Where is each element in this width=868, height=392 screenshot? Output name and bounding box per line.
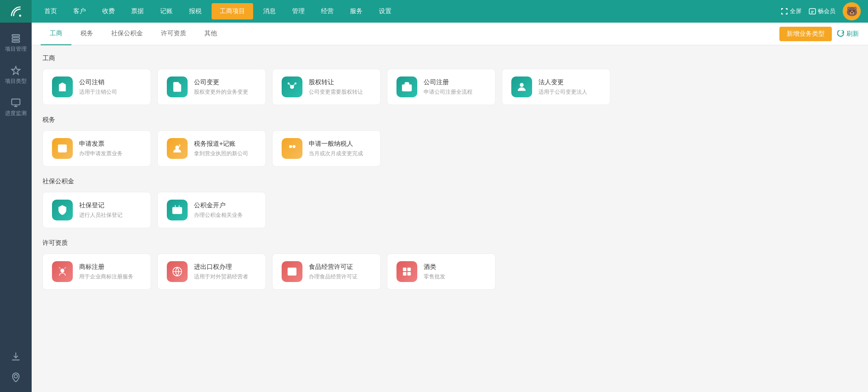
svg-rect-6 <box>12 99 20 105</box>
tab-shuiwu[interactable]: 税务 <box>71 23 102 45</box>
card-info-import-export: 进出口权办理 适用于对外贸易经营者 <box>194 263 256 281</box>
svg-rect-4 <box>12 41 20 43</box>
tab-gongshang[interactable]: 工商 <box>41 23 71 45</box>
card-info-equity-transfer: 股权转让 公司变更需要股权转让 <box>309 78 371 96</box>
card-icon-trademark <box>52 261 73 282</box>
card-invoice-apply[interactable]: 申请发票 办理申请发票业务 <box>42 130 151 167</box>
svg-point-11 <box>288 82 289 84</box>
section-title-gongshang: 工商 <box>42 54 857 62</box>
nav-settings[interactable]: 设置 <box>371 0 400 23</box>
sidebar-item-project-management[interactable]: 项目管理 <box>0 27 32 59</box>
card-info-social-insurance: 社保登记 进行人员社保登记 <box>79 201 142 219</box>
card-info-general-taxpayer: 申请一般纳税人 当月或次月成变更完成 <box>309 140 371 158</box>
card-company-cancel[interactable]: 公司注销 适用于注销公司 <box>42 69 151 105</box>
tabs-bar: 工商 税务 社保公积金 许可资质 其他 新增业务类型 刷新 <box>32 23 868 45</box>
tab-shebao[interactable]: 社保公积金 <box>102 23 152 45</box>
user-avatar[interactable]: 🐻 <box>843 2 861 20</box>
card-icon-equity-transfer <box>282 76 302 97</box>
section-title-shebao: 社保公积金 <box>42 177 857 186</box>
nav-home[interactable]: 首页 <box>36 0 65 23</box>
svg-point-7 <box>14 375 17 378</box>
logo[interactable] <box>0 0 32 23</box>
card-icon-import-export <box>167 261 188 282</box>
sidebar-item-project-type[interactable]: 项目类型 <box>0 59 32 91</box>
nav-right: 全屏 畅会员 🐻 <box>781 2 868 20</box>
section-title-xuke: 许可资质 <box>42 239 857 247</box>
content-scroll[interactable]: 工商 公司注销 适用于注销公司 <box>32 45 868 392</box>
svg-point-0 <box>19 14 21 17</box>
sidebar: 项目管理 项目类型 进度监测 <box>0 23 32 392</box>
card-company-change[interactable]: 公司变更 股权变更外的业务变更 <box>157 69 266 105</box>
nav-bill[interactable]: 票据 <box>123 0 152 23</box>
svg-point-23 <box>61 269 65 273</box>
section-xuke: 许可资质 商标注册 用于企业商标注册服务 <box>42 239 857 290</box>
card-info-alcohol: 酒类 零售批发 <box>424 263 486 281</box>
svg-point-14 <box>520 83 524 87</box>
card-info-company-change: 公司变更 股权变更外的业务变更 <box>194 78 256 96</box>
sidebar-download-btn[interactable] <box>0 346 32 367</box>
svg-rect-29 <box>403 268 406 271</box>
nav-service[interactable]: 服务 <box>342 0 371 23</box>
card-icon-social-insurance <box>52 200 73 220</box>
cards-grid-gongshang: 公司注销 适用于注销公司 公司变更 股权变更外的业务变更 <box>42 69 857 105</box>
sidebar-item-progress-monitor[interactable]: 进度监测 <box>0 91 32 124</box>
card-social-insurance[interactable]: 社保登记 进行人员社保登记 <box>42 192 151 228</box>
cards-grid-shuiwu: 申请发票 办理申请发票业务 税务报道+记账 拿到营业执照的新公司 <box>42 130 857 167</box>
card-icon-provident-fund <box>167 200 188 220</box>
card-info-provident-fund: 公积金开户 办理公积金相关业务 <box>194 201 256 219</box>
card-trademark[interactable]: 商标注册 用于企业商标注册服务 <box>42 253 151 290</box>
nav-fee[interactable]: 收费 <box>94 0 123 23</box>
card-info-tax-report: 税务报道+记账 拿到营业执照的新公司 <box>194 140 256 158</box>
nav-operation[interactable]: 经营 <box>313 0 342 23</box>
tab-other[interactable]: 其他 <box>195 23 226 45</box>
svg-rect-31 <box>403 272 406 276</box>
svg-point-21 <box>292 145 296 148</box>
add-type-button[interactable]: 新增业务类型 <box>779 27 832 41</box>
nav-customer[interactable]: 客户 <box>65 0 94 23</box>
section-shuiwu: 税务 申请发票 办理申请发票业务 <box>42 116 857 167</box>
card-legal-change[interactable]: 法人变更 适用于公司变更法人 <box>502 69 610 105</box>
card-icon-food-license <box>282 261 302 282</box>
card-alcohol[interactable]: 酒类 零售批发 <box>387 253 495 290</box>
card-general-taxpayer[interactable]: 申请一般纳税人 当月或次月成变更完成 <box>272 130 381 167</box>
card-icon-alcohol <box>396 261 417 282</box>
member-btn[interactable]: 畅会员 <box>809 7 835 15</box>
card-icon-tax-report <box>167 138 188 159</box>
section-gongshang: 工商 公司注销 适用于注销公司 <box>42 54 857 105</box>
nav-items: 首页 客户 收费 票据 记账 报税 工商项目 消息 管理 经营 服务 设置 <box>32 0 781 23</box>
cards-grid-xuke: 商标注册 用于企业商标注册服务 进出口权办理 适用于对外贸易经营者 <box>42 253 857 290</box>
card-company-register[interactable]: 公司注册 申请公司注册全流程 <box>387 69 495 105</box>
card-icon-invoice-apply <box>52 138 73 159</box>
card-icon-general-taxpayer <box>282 138 302 159</box>
svg-rect-30 <box>407 268 411 271</box>
main-layout: 项目管理 项目类型 进度监测 <box>0 23 868 392</box>
tabs-actions: 新增业务类型 刷新 <box>779 27 859 41</box>
svg-point-12 <box>294 82 296 84</box>
sidebar-bottom <box>0 346 32 392</box>
nav-message[interactable]: 消息 <box>255 0 284 23</box>
card-import-export[interactable]: 进出口权办理 适用于对外贸易经营者 <box>157 253 266 290</box>
content-area: 工商 税务 社保公积金 许可资质 其他 新增业务类型 刷新 工商 <box>32 23 868 392</box>
fullscreen-btn[interactable]: 全屏 <box>781 7 802 15</box>
svg-rect-3 <box>12 38 20 39</box>
card-tax-report[interactable]: 税务报道+记账 拿到营业执照的新公司 <box>157 130 266 167</box>
section-title-shuiwu: 税务 <box>42 116 857 124</box>
card-info-invoice-apply: 申请发票 办理申请发票业务 <box>79 140 142 158</box>
tab-xuke[interactable]: 许可资质 <box>152 23 195 45</box>
card-equity-transfer[interactable]: 股权转让 公司变更需要股权转让 <box>272 69 381 105</box>
nav-account[interactable]: 记账 <box>152 0 181 23</box>
nav-business[interactable]: 工商项目 <box>212 3 253 19</box>
sidebar-location-btn[interactable] <box>0 367 32 387</box>
card-food-license[interactable]: 食品经营许可证 办理食品经营许可证 <box>272 253 381 290</box>
card-icon-legal-change <box>511 76 532 97</box>
svg-rect-22 <box>172 207 182 214</box>
nav-manage[interactable]: 管理 <box>284 0 313 23</box>
card-icon-company-cancel <box>52 76 73 97</box>
svg-point-20 <box>289 145 292 148</box>
card-provident-fund[interactable]: 公积金开户 办理公积金相关业务 <box>157 192 266 228</box>
card-info-legal-change: 法人变更 适用于公司变更法人 <box>538 78 601 96</box>
svg-rect-32 <box>407 272 411 276</box>
nav-tax[interactable]: 报税 <box>181 0 210 23</box>
refresh-button[interactable]: 刷新 <box>837 30 859 38</box>
card-icon-company-change <box>167 76 188 97</box>
